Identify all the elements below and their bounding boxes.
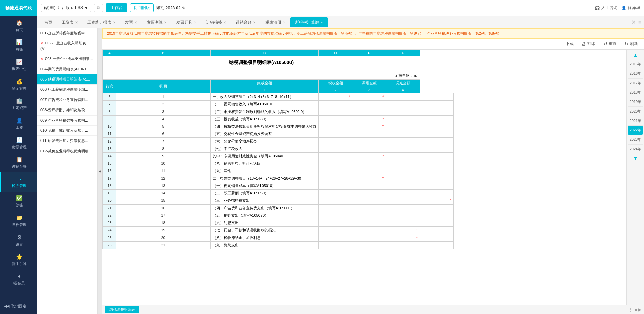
value-cell-col1[interactable] — [319, 115, 352, 123]
sidebar-item-member[interactable]: ♦ 畅会员 — [0, 270, 37, 289]
value-cell-col4[interactable] — [420, 175, 454, 182]
year-nav-up[interactable]: ▲ — [632, 51, 640, 60]
item-cell[interactable]: （二）职工薪酬（填写A105050） — [211, 189, 319, 197]
sidebar-item-purchase[interactable]: 📋 进销台账 — [0, 153, 37, 172]
value-cell-col1[interactable] — [319, 212, 352, 219]
value-cell-col3[interactable] — [386, 219, 420, 226]
item-cell[interactable]: （一）视同销售收入（填写A105010） — [211, 100, 319, 108]
value-cell-col1[interactable] — [319, 234, 352, 241]
value-cell-col2[interactable] — [352, 160, 386, 167]
value-cell-col2[interactable] — [352, 197, 386, 204]
sidebar-item-salary[interactable]: 👤 工资 — [0, 114, 37, 133]
sidebar-item-invoice[interactable]: 🧾 发票管理 — [0, 133, 37, 153]
value-cell-col3[interactable]: * — [386, 226, 420, 234]
value-cell-col4[interactable] — [420, 182, 454, 189]
left-item-004[interactable]: 004-期间费用明细表(A1040... — [37, 64, 97, 74]
item-cell[interactable]: （四）广告费和业务宣传费支出（填写A105060） — [211, 204, 319, 212]
tab-audit-close[interactable]: ✕ — [223, 21, 226, 24]
year-item[interactable]: 2018年 — [628, 88, 643, 97]
value-cell-col4[interactable] — [420, 145, 454, 152]
bottom-tab-adjust[interactable]: 纳税调整明细表 — [105, 306, 139, 313]
value-cell-col2[interactable] — [352, 145, 386, 152]
value-cell-col2[interactable]: * — [352, 175, 386, 182]
prev-version-button[interactable]: 切到旧版 — [130, 3, 154, 12]
item-cell[interactable]: （六）公允价值变动净损益 — [211, 137, 319, 145]
value-cell-col1[interactable] — [319, 160, 352, 167]
value-cell-col1[interactable] — [319, 197, 352, 204]
year-item[interactable]: 2020年 — [628, 107, 643, 116]
value-cell-col3[interactable] — [386, 137, 420, 145]
value-cell-col4[interactable] — [420, 137, 454, 145]
value-cell-col4[interactable] — [420, 226, 454, 234]
value-cell-col2[interactable]: * — [352, 115, 386, 123]
value-cell-col2[interactable] — [352, 204, 386, 212]
value-cell-col2[interactable] — [352, 130, 386, 137]
value-cell-col1[interactable] — [319, 182, 352, 189]
item-cell[interactable]: （四）按权益法核算长期股权投资对初始投资成本调整确认收益 — [211, 123, 319, 130]
tabbar-close-all[interactable]: ✕ — [629, 19, 638, 25]
item-cell[interactable]: （九）赞助支出 — [211, 241, 319, 249]
value-cell-col2[interactable] — [352, 212, 386, 219]
value-cell-col2[interactable]: * — [352, 93, 386, 100]
left-item-005[interactable]: 005-纳税调整项目明细表(A1... — [37, 74, 97, 85]
value-cell-col3[interactable] — [386, 100, 420, 108]
workbench-button[interactable]: 工作台 — [106, 3, 127, 12]
value-cell-col4[interactable] — [420, 108, 454, 115]
year-item[interactable]: 2017年 — [628, 78, 643, 88]
sidebar-item-asset[interactable]: 🏢 固定资产 — [0, 94, 37, 114]
tab-invoice[interactable]: 发票 ✕ — [121, 17, 142, 27]
left-item-008[interactable]: 008-资产折旧、摊销及纳税... — [37, 105, 97, 115]
tab-income-tax-close[interactable]: ✕ — [320, 21, 323, 24]
left-item-006[interactable]: 006-职工薪酬纳税调整明细... — [37, 85, 97, 95]
value-cell-col3[interactable] — [386, 152, 420, 160]
left-panel-toggle[interactable]: ◀ — [98, 28, 102, 314]
year-item[interactable]: 2021年 — [628, 116, 643, 126]
value-cell-col4[interactable] — [420, 93, 454, 100]
value-cell-col4[interactable] — [420, 100, 454, 108]
item-cell[interactable]: （六）利息支出 — [211, 219, 319, 226]
download-button[interactable]: ↓ 下载 — [560, 40, 576, 48]
item-cell[interactable]: （七）罚金、罚款和被没收财物的损失 — [211, 226, 319, 234]
value-cell-col2[interactable] — [352, 189, 386, 197]
customer-service-button[interactable]: 🎧 人工咨询 — [595, 5, 617, 11]
value-cell-col4[interactable] — [420, 219, 454, 226]
value-cell-col2[interactable] — [352, 226, 386, 234]
item-cell[interactable]: （五）交易性金融资产初始投资调整 — [211, 130, 319, 137]
table-container[interactable]: A B C D E F 纳税调整项目明细表(A105000) — [102, 50, 626, 305]
tab-salary[interactable]: 工资表 ✕ — [57, 17, 82, 27]
value-cell-col4[interactable] — [420, 167, 454, 175]
value-cell-col2[interactable]: * — [352, 152, 386, 160]
value-cell-col4[interactable] — [420, 212, 454, 219]
value-cell-col2[interactable] — [352, 219, 386, 226]
value-cell-col3[interactable] — [386, 175, 420, 182]
sidebar-item-tax[interactable]: 🛡 税务管理 — [0, 172, 37, 192]
year-item[interactable]: 2024年 — [628, 145, 643, 154]
value-cell-col2[interactable] — [352, 234, 386, 241]
value-cell-col2[interactable] — [352, 100, 386, 108]
item-cell[interactable]: （八）税收滞纳金、加收利息 — [211, 234, 319, 241]
value-cell-col4[interactable] — [420, 115, 454, 123]
value-cell-col4[interactable]: * — [420, 197, 454, 204]
item-cell[interactable]: （七）不征税收入 — [211, 145, 319, 152]
copy-icon-button[interactable]: ⧉ — [94, 4, 103, 12]
value-cell-col4[interactable] — [420, 160, 454, 167]
value-cell-col3[interactable] — [386, 241, 420, 249]
reset-button[interactable]: ↺ 重置 — [602, 40, 619, 48]
value-cell-col1[interactable] — [319, 145, 352, 152]
value-cell-col4[interactable] — [420, 234, 454, 241]
tab-purchase-ledger[interactable]: 进销台账 ✕ — [231, 17, 260, 27]
user-menu[interactable]: 👤 徐泽华 — [621, 5, 640, 11]
tab-purchase-ledger-close[interactable]: ✕ — [253, 21, 256, 24]
sidebar-item-archive[interactable]: 📁 归档管理 — [0, 211, 37, 231]
left-item-001[interactable]: 001-企业所得税年度纳税申... — [37, 28, 97, 38]
value-cell-col3[interactable] — [386, 123, 420, 130]
value-cell-col3[interactable] — [386, 145, 420, 152]
sidebar-item-report[interactable]: 📈 报表中心 — [0, 55, 37, 75]
value-cell-col4[interactable] — [420, 241, 454, 249]
value-cell-col1[interactable] — [319, 226, 352, 234]
item-cell[interactable]: （三）投资收益（填写A105030） — [211, 115, 319, 123]
value-cell-col3[interactable]: * — [386, 234, 420, 241]
print-button[interactable]: 🖨 打印 — [580, 40, 597, 48]
left-item-007[interactable]: 007-广告费和业务宣传费附... — [37, 95, 97, 105]
value-cell-col3[interactable] — [386, 93, 420, 100]
